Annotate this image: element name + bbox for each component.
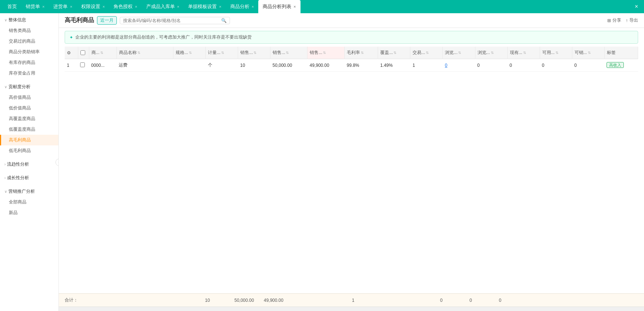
sort-icon[interactable]: ⇅ [323, 51, 326, 55]
footer-cells: 10 50,000.00 49,900.00 1 0 0 0 [93, 298, 638, 303]
sidebar-group-trend-header[interactable]: › 流趋性分析 [0, 159, 58, 170]
sidebar-item-high-coverage[interactable]: 高覆盖度商品 [0, 113, 58, 124]
data-table: ⚙ 商... ⇅ [65, 47, 638, 72]
footer-sales-profit: 49,900.00 [262, 298, 291, 303]
col-spec: 规格... ⇅ [173, 47, 206, 59]
cell-code: 0000... [89, 59, 116, 72]
search-box: 🔍 [120, 17, 230, 24]
sidebar-item-low-margin[interactable]: 低毛利商品 [0, 145, 58, 156]
table-header-row: ⚙ 商... ⇅ [65, 47, 638, 59]
sidebar-item-all-products[interactable]: 全部商品 [0, 197, 58, 207]
cell-coverage: 1.49% [378, 59, 410, 72]
tab-role-auth[interactable]: 角色授权 × [109, 0, 141, 13]
row-checkbox[interactable] [80, 62, 85, 67]
close-icon[interactable]: × [294, 4, 296, 9]
col-available3: 可销... ⇅ [572, 47, 604, 59]
sort-icon[interactable]: ⇅ [426, 51, 429, 55]
cell-name: 运费 [116, 59, 173, 72]
sidebar-group-growth-header[interactable]: › 成长性分析 [0, 173, 58, 183]
sort-icon[interactable]: ⇅ [221, 51, 224, 55]
footer-browse1 [379, 298, 409, 303]
sort-icon[interactable]: ⇅ [361, 51, 364, 55]
sort-icon[interactable]: ⇅ [137, 51, 140, 55]
sidebar-group-marketing-header[interactable]: ∨ 营销推广分析 [0, 186, 58, 197]
cell-browse1[interactable]: 0 [443, 59, 475, 72]
sidebar-item-stock-capital[interactable]: 库存资金占用 [0, 68, 58, 79]
tab-permission-settings[interactable]: 权限设置 × [77, 0, 109, 13]
col-coverage: 覆盖... ⇅ [378, 47, 410, 59]
page-title: 高毛利商品 [65, 17, 94, 24]
bottom-scrollbar[interactable] [59, 307, 644, 311]
sort-icon[interactable]: ⇅ [100, 51, 103, 55]
tab-home[interactable]: 首页 [3, 0, 21, 13]
sort-icon[interactable]: ⇅ [286, 51, 289, 55]
sidebar-item-in-stock[interactable]: 有库存的商品 [0, 57, 58, 68]
col-code: 商... ⇅ [89, 47, 116, 59]
tab-template-settings[interactable]: 单据模板设置 × [184, 0, 226, 13]
close-icon[interactable]: × [219, 4, 221, 9]
footer-gross-rate [291, 298, 320, 303]
col-name: 商品名称 ⇅ [116, 47, 173, 59]
window-close-icon[interactable]: × [632, 3, 641, 10]
sidebar-item-high-margin[interactable]: 高毛利商品 [0, 135, 58, 145]
share-button[interactable]: ⊞ 分享 [607, 17, 621, 23]
col-transactions: 交易... ⇅ [410, 47, 443, 59]
sort-icon[interactable]: ⇅ [253, 51, 256, 55]
cell-browse2: 0 [475, 59, 507, 72]
sort-icon[interactable]: ⇅ [393, 51, 396, 55]
col-gross-rate: 毛利率 ⇅ [345, 47, 378, 59]
cell-sales-qty: 10 [238, 59, 270, 72]
sidebar-group-contribution-header[interactable]: ∨ 贡献度分析 [0, 82, 58, 92]
sidebar-item-category-rate[interactable]: 商品分类助销率 [0, 47, 58, 57]
tab-product-inbound[interactable]: 产成品入库单 × [142, 0, 184, 13]
col-available1: 现有... ⇅ [507, 47, 540, 59]
col-browse1: 浏览... ⇅ [443, 47, 475, 59]
close-icon[interactable]: × [42, 4, 44, 9]
select-all-checkbox[interactable] [80, 50, 85, 55]
tab-product-analysis-list[interactable]: 商品分析列表 × [258, 0, 300, 13]
close-icon[interactable]: × [177, 4, 179, 9]
close-icon[interactable]: × [252, 4, 254, 9]
cell-available3: 0 [572, 59, 604, 72]
sort-icon[interactable]: ⇅ [588, 51, 591, 55]
table-container[interactable]: ⚙ 商... ⇅ [59, 47, 644, 293]
col-tag: 标签 [604, 47, 638, 59]
search-input[interactable] [123, 18, 221, 23]
sidebar-item-high-value[interactable]: 高价值商品 [0, 92, 58, 103]
footer-available3: 0 [497, 298, 526, 303]
sidebar-item-traded-products[interactable]: 交易过的商品 [0, 36, 58, 47]
close-icon[interactable]: × [70, 4, 72, 9]
share-icon: ⊞ [607, 18, 611, 23]
tab-product-analysis[interactable]: 商品分析 × [226, 0, 258, 13]
cell-unit: 个 [206, 59, 238, 72]
col-available2: 可用... ⇅ [540, 47, 572, 59]
export-icon: ↑ [626, 18, 628, 23]
search-icon[interactable]: 🔍 [221, 18, 227, 23]
top-navigation: 首页 销货单 × 进货单 × 权限设置 × 角色授权 × 产成品入库单 × 单据… [0, 0, 644, 13]
close-icon[interactable]: × [135, 4, 137, 9]
close-icon[interactable]: × [102, 4, 105, 9]
cell-sales-amt: 50,000.00 [270, 59, 307, 72]
sort-icon[interactable]: ⇅ [458, 51, 461, 55]
sidebar-item-low-coverage[interactable]: 低覆盖度商品 [0, 124, 58, 135]
footer-available2: 0 [467, 298, 497, 303]
export-button[interactable]: ↑ 导出 [626, 17, 638, 23]
sidebar-group-overall-header[interactable]: ∨ 整体信息 [0, 15, 58, 25]
filter-recent-month-button[interactable]: 近一月 [97, 16, 117, 25]
sort-icon[interactable]: ⇅ [523, 51, 526, 55]
sort-icon[interactable]: ⇅ [491, 51, 494, 55]
chevron-right-icon: › [4, 176, 6, 180]
tab-purchase-order[interactable]: 进货单 × [49, 0, 76, 13]
table-row: 1 0000... 运费 [65, 59, 638, 72]
sort-icon[interactable]: ⇅ [555, 51, 558, 55]
header-actions: ⊞ 分享 ↑ 导出 [607, 17, 638, 23]
sidebar-item-new-products[interactable]: 新品 [0, 207, 58, 218]
tag-badge: 高收入 [607, 62, 624, 68]
footer-sales-amt: 50,000.00 [232, 298, 262, 303]
sidebar-item-low-value[interactable]: 低价值商品 [0, 103, 58, 113]
col-settings[interactable]: ⚙ [65, 47, 78, 59]
tab-sales-order[interactable]: 销货单 × [21, 0, 49, 13]
sort-icon[interactable]: ⇅ [189, 51, 192, 55]
cell-transactions: 1 [410, 59, 443, 72]
sidebar-item-sales-products[interactable]: 销售类商品 [0, 25, 58, 36]
